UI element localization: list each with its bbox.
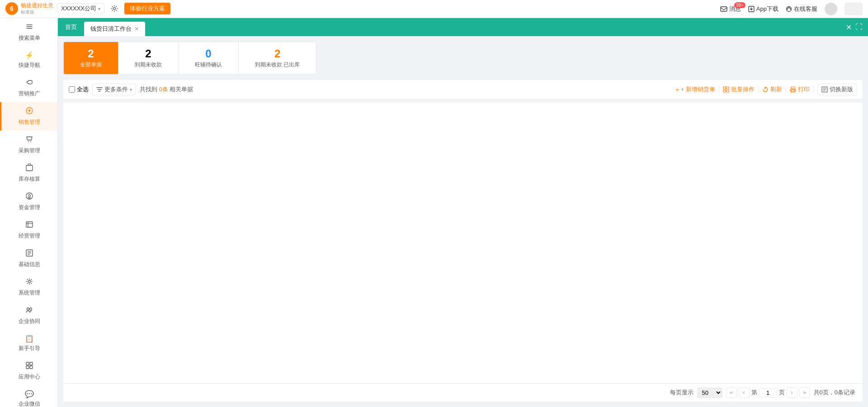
finance-icon <box>25 192 33 202</box>
found-text: 共找到 0条 相关单据 <box>140 85 193 94</box>
svg-point-4 <box>787 9 788 9</box>
svg-rect-14 <box>26 222 33 227</box>
sidebar-item-guide[interactable]: 📋 新手引导 <box>0 330 57 357</box>
sidebar-label-guide: 新手引导 <box>19 345 40 352</box>
last-page-button[interactable]: » <box>799 387 810 398</box>
svg-rect-12 <box>26 165 33 171</box>
sidebar-item-finance[interactable]: 资金管理 <box>0 187 57 216</box>
sidebar: 搜索菜单 ⚡ 快捷导航 营销推广 销售管理 <box>0 18 58 407</box>
stat-card-shipped[interactable]: 2 到期未收款 已出库 <box>239 42 316 74</box>
guide-icon: 📋 <box>25 334 34 343</box>
svg-rect-25 <box>30 366 33 369</box>
svg-point-5 <box>790 9 791 9</box>
logo-icon: 6 <box>5 2 18 15</box>
tab-close-icon[interactable]: ✕ <box>134 26 139 32</box>
batch-label: 批量操作 <box>731 85 755 94</box>
pagination-bar: 每页显示 50 100 200 « ‹ 第 页 › » 共0页，0条记录 <box>63 383 863 402</box>
table-area <box>63 103 863 383</box>
svg-point-21 <box>28 281 31 283</box>
app-download-button[interactable]: App下载 <box>748 5 778 13</box>
page-input[interactable] <box>759 388 777 398</box>
user-name <box>844 3 863 15</box>
stat-label-overdue: 到期未收款 <box>135 61 162 69</box>
sidebar-item-system[interactable]: 系统管理 <box>0 273 57 301</box>
sidebar-label-purchase: 采购管理 <box>19 147 40 154</box>
sidebar-item-purchase[interactable]: 采购管理 <box>0 131 57 159</box>
system-icon <box>25 277 33 287</box>
inventory-icon <box>25 164 33 173</box>
logo: 6 畅捷通好生意 标准版 <box>5 2 53 15</box>
switch-version-button[interactable]: 切换新版 <box>817 84 857 95</box>
found-count: 0条 <box>159 86 168 93</box>
search-menu-icon <box>25 23 33 33</box>
prev-page-button[interactable]: ‹ <box>739 387 750 398</box>
company-selector[interactable]: XXXXXX公司 ▾ <box>57 3 104 14</box>
select-all-input[interactable] <box>69 86 75 93</box>
cooperation-icon <box>25 306 33 316</box>
sidebar-item-inventory[interactable]: 库存核算 <box>0 159 57 187</box>
page-label: 第 <box>751 388 757 397</box>
stat-card-overdue[interactable]: 2 到期未收款 <box>118 42 179 74</box>
marketing-icon <box>25 78 33 88</box>
sidebar-item-basic-info[interactable]: 基础信息 <box>0 244 57 273</box>
svg-rect-26 <box>26 362 29 365</box>
avatar[interactable] <box>825 3 837 15</box>
svg-rect-29 <box>723 87 726 89</box>
sidebar-label-inventory: 库存核算 <box>19 175 40 183</box>
stat-number-shipped: 2 <box>274 47 280 60</box>
sidebar-label-basic-info: 基础信息 <box>19 261 40 268</box>
next-page-button[interactable]: › <box>787 387 797 398</box>
sales-icon <box>25 107 33 117</box>
sidebar-item-cooperation[interactable]: 企业协同 <box>0 301 57 330</box>
sidebar-label-cooperation: 企业协同 <box>19 318 40 325</box>
service-label: 在线客服 <box>794 5 817 13</box>
toolbar-right: + + 新增销货单 批量操作 <box>675 84 857 95</box>
sidebar-item-app-center[interactable]: 应用中心 <box>0 357 57 385</box>
sidebar-item-marketing[interactable]: 营销推广 <box>0 74 57 102</box>
stat-card-pending[interactable]: 0 旺辅待确认 <box>179 42 239 74</box>
svg-rect-30 <box>726 87 729 89</box>
app-center-icon <box>25 361 33 371</box>
online-service-button[interactable]: 在线客服 <box>786 5 817 13</box>
svg-rect-27 <box>30 362 33 365</box>
sidebar-item-search[interactable]: 搜索菜单 <box>0 18 57 47</box>
sidebar-item-quick-nav[interactable]: ⚡ 快捷导航 <box>0 47 57 74</box>
batch-button[interactable]: 批量操作 <box>723 85 755 94</box>
window-expand-button[interactable]: ⛶ <box>855 23 863 31</box>
content-area: 首页 钱货日清工作台 ✕ ✕ ⛶ 2 全部单据 2 到期未收款 <box>58 18 868 407</box>
refresh-button[interactable]: 刷新 <box>762 85 782 94</box>
svg-rect-33 <box>791 87 795 89</box>
sidebar-label-marketing: 营销推广 <box>19 90 40 98</box>
logo-text: 畅捷通好生意 <box>21 2 53 9</box>
message-badge: 99+ <box>734 2 745 8</box>
tab-bar: 首页 钱货日清工作台 ✕ ✕ ⛶ <box>58 18 868 36</box>
add-sale-button[interactable]: + + 新增销货单 <box>675 85 715 94</box>
refresh-label: 刷新 <box>770 85 782 94</box>
first-page-button[interactable]: « <box>726 387 737 398</box>
print-button[interactable]: 打印 <box>790 85 810 94</box>
tab-current[interactable]: 钱货日清工作台 ✕ <box>84 22 145 36</box>
select-all-checkbox[interactable]: 全选 <box>69 85 89 94</box>
sidebar-item-sales[interactable]: 销售管理 <box>0 102 57 131</box>
per-page-select[interactable]: 50 100 200 <box>697 388 722 398</box>
divider4 <box>813 86 814 93</box>
pagination-summary: 共0页，0条记录 <box>814 388 855 397</box>
stat-card-all[interactable]: 2 全部单据 <box>64 42 118 74</box>
trial-button[interactable]: 体验行业方案 <box>124 3 170 14</box>
settings-button[interactable] <box>108 2 121 15</box>
window-close-button[interactable]: ✕ <box>846 23 852 32</box>
page-content: 2 全部单据 2 到期未收款 0 旺辅待确认 2 到期未收款 已出库 <box>58 36 868 407</box>
page-navigation: « ‹ 第 页 › » <box>726 387 810 398</box>
message-button[interactable]: 消息 99+ <box>720 5 741 13</box>
svg-rect-1 <box>721 7 727 11</box>
stat-number-overdue: 2 <box>145 47 151 60</box>
filter-button[interactable]: 更多条件 ▾ <box>92 84 136 95</box>
divider <box>719 86 719 93</box>
quick-nav-icon: ⚡ <box>25 51 34 60</box>
sidebar-label-wechat: 企业微信 <box>19 400 40 407</box>
toolbar-left: 全选 更多条件 ▾ 共找到 0条 相关单据 <box>69 84 672 95</box>
tab-home[interactable]: 首页 <box>58 18 84 36</box>
switch-label: 切换新版 <box>830 85 853 94</box>
sidebar-item-operations[interactable]: 经营管理 <box>0 216 57 244</box>
sidebar-item-wechat[interactable]: 💬 企业微信 <box>0 385 57 407</box>
